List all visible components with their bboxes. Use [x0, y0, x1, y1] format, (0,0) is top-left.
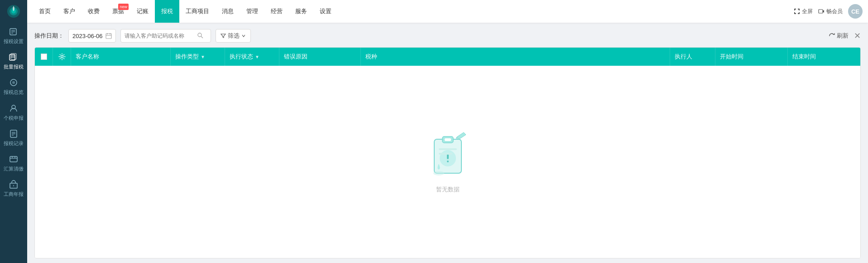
fullscreen-icon — [794, 8, 800, 15]
empty-illustration — [425, 130, 470, 180]
geshuishenbao-icon — [8, 103, 19, 114]
th-settings[interactable] — [53, 48, 71, 66]
th-start-time: 开始时间 — [715, 48, 788, 66]
svg-rect-34 — [445, 138, 451, 141]
sidebar-item-baoshuizonglan[interactable]: 报税总览 — [0, 73, 27, 99]
filter-icon — [221, 33, 226, 39]
chevron-down-icon — [241, 34, 246, 38]
content-area: 操作日期： 2023-06-06 筛选 刷新 — [27, 23, 868, 263]
th-exec-status[interactable]: 执行状态 ▼ — [225, 48, 279, 66]
piliangbaoshui-icon — [8, 52, 19, 63]
toolbar-right: 刷新 ✕ — [829, 31, 861, 41]
svg-point-40 — [433, 171, 444, 175]
th-customer: 客户名称 — [71, 48, 171, 66]
th-error-reason: 错误原因 — [279, 48, 361, 66]
gongshangnianba-icon — [8, 179, 19, 190]
th-checkbox[interactable] — [35, 48, 53, 66]
date-picker[interactable]: 2023-06-06 — [68, 29, 116, 43]
nav-item-xiaoxi[interactable]: 消息 — [216, 0, 240, 23]
svg-rect-38 — [439, 148, 457, 150]
th-executor: 执行人 — [670, 48, 715, 66]
exec-status-filter-icon: ▼ — [255, 54, 259, 59]
nav-item-homepage[interactable]: 首页 — [33, 0, 57, 23]
new-badge: new — [118, 4, 129, 10]
sidebar-item-piliangbaoshui[interactable]: 批量报税 — [0, 48, 27, 73]
calendar-icon — [106, 33, 112, 39]
nav-items: 首页 客户 收费 票据 new 记账 报税 工商项目 消息 — [33, 0, 794, 23]
sidebar: 报税设置 批量报税 报税总览 个税申报 报税记录 汇算清缴 工商 — [0, 0, 27, 263]
refresh-btn[interactable]: 刷新 — [829, 32, 849, 40]
th-end-time: 结束时间 — [788, 48, 860, 66]
vip-btn[interactable]: 畅会员 — [818, 8, 843, 15]
video-icon — [818, 8, 825, 15]
nav-item-gongshangxiangmu[interactable]: 工商项目 — [179, 0, 216, 23]
svg-line-30 — [201, 36, 203, 38]
nav-item-shoufei[interactable]: 收费 — [82, 0, 106, 23]
top-nav: 首页 客户 收费 票据 new 记账 报税 工商项目 消息 — [27, 0, 868, 23]
svg-rect-37 — [447, 161, 449, 162]
table-body: 暂无数据 — [35, 66, 860, 258]
avatar[interactable]: CE — [848, 4, 863, 19]
close-btn[interactable]: ✕ — [854, 31, 861, 41]
svg-rect-25 — [106, 34, 111, 39]
toolbar: 操作日期： 2023-06-06 筛选 刷新 — [27, 23, 868, 47]
sidebar-item-gongshangnianba[interactable]: 工商年报 — [0, 175, 27, 201]
baoshuijilu-icon — [8, 128, 19, 139]
svg-point-29 — [198, 33, 201, 37]
th-op-type[interactable]: 操作类型 ▼ — [171, 48, 225, 66]
svg-rect-24 — [819, 10, 823, 13]
nav-item-guanli[interactable]: 管理 — [240, 0, 264, 23]
table-header: 客户名称 操作类型 ▼ 执行状态 ▼ 错误原因 税种 执行人 — [35, 48, 860, 66]
nav-item-customers[interactable]: 客户 — [57, 0, 82, 23]
sidebar-item-baoshuijilu[interactable]: 报税记录 — [0, 125, 27, 150]
svg-point-12 — [12, 81, 15, 84]
nav-item-jingying[interactable]: 经营 — [264, 0, 289, 23]
table-wrap: 客户名称 操作类型 ▼ 执行状态 ▼ 错误原因 税种 执行人 — [34, 47, 861, 258]
sidebar-item-baoshuishezhi[interactable]: 报税设置 — [0, 23, 27, 48]
settings-icon — [58, 53, 66, 60]
fullscreen-btn[interactable]: 全屏 — [794, 8, 813, 15]
empty-text: 暂无数据 — [436, 185, 460, 194]
date-label: 操作日期： — [34, 32, 64, 40]
nav-item-piaoju[interactable]: 票据 new — [106, 0, 130, 23]
topnav-right: 全屏 畅会员 CE — [794, 4, 863, 19]
nav-item-jizhang[interactable]: 记账 — [130, 0, 155, 23]
sidebar-item-huisuanjiaona[interactable]: 汇算清缴 — [0, 150, 27, 175]
search-icon[interactable] — [197, 32, 203, 40]
header-checkbox[interactable] — [41, 54, 47, 60]
svg-point-31 — [61, 56, 63, 58]
svg-rect-18 — [10, 156, 17, 162]
main-area: 首页 客户 收费 票据 new 记账 报税 工商项目 消息 — [27, 0, 868, 263]
empty-state: 暂无数据 — [412, 117, 484, 207]
huisuanjiaona-icon — [8, 154, 19, 165]
search-input[interactable] — [125, 33, 197, 39]
th-tax-type: 税种 — [361, 48, 670, 66]
svg-rect-36 — [447, 154, 449, 159]
filter-btn[interactable]: 筛选 — [216, 29, 251, 43]
nav-item-baoshui[interactable]: 报税 — [155, 0, 179, 23]
baoshuizonglan-icon — [8, 77, 19, 88]
nav-item-fuwu[interactable]: 服务 — [289, 0, 313, 23]
op-type-filter-icon: ▼ — [201, 54, 205, 59]
baoshuishezhi-icon — [8, 26, 19, 37]
app-logo[interactable] — [0, 0, 27, 23]
nav-item-shezhi[interactable]: 设置 — [313, 0, 338, 23]
svg-rect-39 — [439, 153, 452, 155]
refresh-icon — [829, 33, 835, 39]
sidebar-item-geshuishenbao[interactable]: 个税申报 — [0, 99, 27, 125]
search-box[interactable] — [120, 29, 211, 43]
